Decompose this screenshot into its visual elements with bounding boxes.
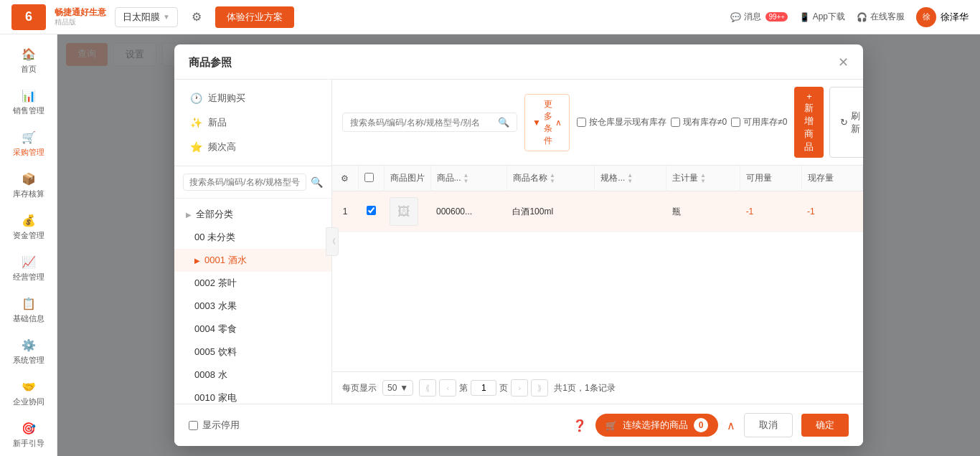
sidebar-item-purchase[interactable]: 🛒 采购管理 bbox=[0, 123, 57, 165]
help-icon[interactable]: ❓ bbox=[573, 419, 587, 432]
tree-arrow-icon: ▶ bbox=[186, 211, 192, 219]
modal-toolbar: 🔍 ▼ 更多条件 ∧ 按仓库显示现有库存 bbox=[332, 80, 863, 166]
sidebar-item-finance[interactable]: 💰 资金管理 bbox=[0, 206, 57, 248]
tab-new-products[interactable]: ✨ 新品 bbox=[183, 111, 323, 134]
sidebar-item-system[interactable]: ⚙️ 系统管理 bbox=[0, 331, 57, 373]
checkbox-existing-stock[interactable]: 现有库存≠0 bbox=[671, 116, 727, 128]
modal-footer: 显示停用 ❓ 🛒 连续选择的商品 0 ∧ 取消 确定 bbox=[174, 404, 863, 446]
table-row[interactable]: 1 🖼 bbox=[332, 191, 863, 232]
confirm-button[interactable]: 确定 bbox=[801, 414, 849, 437]
checkbox-available-stock-input[interactable] bbox=[731, 118, 740, 127]
operations-icon: 📈 bbox=[22, 255, 36, 269]
collapse-up-icon[interactable]: ∧ bbox=[727, 419, 735, 432]
refresh-button[interactable]: ↻ 刷新 bbox=[829, 87, 863, 158]
th-settings[interactable]: ⚙ bbox=[332, 166, 358, 191]
product-image: 🖼 bbox=[390, 197, 418, 226]
checkbox-by-warehouse-input[interactable] bbox=[577, 118, 586, 127]
tree-item-0001[interactable]: ▶ 0001 酒水 bbox=[174, 249, 331, 272]
select-all-checkbox[interactable] bbox=[364, 173, 374, 182]
cart-button[interactable]: 🛒 连续选择的商品 0 bbox=[595, 414, 718, 437]
cancel-button[interactable]: 取消 bbox=[744, 413, 793, 437]
th-spec[interactable]: 规格... ▲▼ bbox=[595, 166, 666, 191]
sidebar-item-label: 首页 bbox=[21, 64, 37, 75]
prev-page-button[interactable]: ‹ bbox=[439, 379, 456, 396]
sidebar-item-label: 销售管理 bbox=[13, 105, 44, 116]
sidebar-item-enterprise[interactable]: 🤝 企业协同 bbox=[0, 373, 57, 414]
category-tree: ▶ 全部分类 00 未分类 ▶ 0001 酒水 0002 茶 bbox=[174, 199, 331, 404]
tab-high-frequency[interactable]: ⭐ 频次高 bbox=[183, 136, 323, 158]
th-unit[interactable]: 主计量 ▲▼ bbox=[666, 166, 740, 191]
tree-item-00[interactable]: 00 未分类 bbox=[174, 226, 331, 249]
user-profile[interactable]: 徐 徐泽华 bbox=[916, 7, 969, 27]
purchase-icon: 🛒 bbox=[22, 130, 36, 144]
trial-button[interactable]: 体验行业方案 bbox=[215, 6, 294, 28]
search-icon[interactable]: 🔍 bbox=[498, 117, 509, 128]
category-search: 🔍 bbox=[174, 166, 331, 199]
company-selector[interactable]: 日太阳膜 ▼ bbox=[115, 7, 178, 27]
page-number-input[interactable] bbox=[471, 380, 496, 396]
show-disabled-checkbox[interactable]: 显示停用 bbox=[189, 419, 240, 432]
filter-more-button[interactable]: ▼ 更多条件 ∧ bbox=[524, 94, 570, 151]
tree-arrow-open-icon: ▶ bbox=[194, 257, 200, 265]
settings-icon[interactable]: ⚙ bbox=[187, 7, 207, 27]
sidebar-item-basic-info[interactable]: 📋 基础信息 bbox=[0, 290, 57, 331]
sort-arrows-icon: ▲▼ bbox=[463, 173, 469, 184]
tab-label: 频次高 bbox=[208, 141, 236, 153]
total-label: 共1页，1条记录 bbox=[554, 382, 615, 394]
tree-item-0003[interactable]: 0003 水果 bbox=[174, 295, 331, 318]
product-reference-modal: 商品参照 ✕ 🕐 近期购买 ✨ bbox=[174, 44, 863, 446]
sidebar-item-inventory[interactable]: 📦 库存核算 bbox=[0, 165, 57, 206]
navbar-right: 💬 消息 99++ 📱 App下载 🎧 在线客服 徐 徐泽华 bbox=[730, 7, 969, 27]
th-checkbox bbox=[358, 166, 384, 191]
sort-arrows-icon: ▲▼ bbox=[627, 173, 633, 184]
sidebar-item-sales[interactable]: 📊 销售管理 bbox=[0, 82, 57, 123]
message-icon-group[interactable]: 💬 消息 99++ bbox=[730, 11, 787, 23]
td-available: -1 bbox=[740, 191, 801, 232]
checkbox-available-stock[interactable]: 可用库存≠0 bbox=[731, 116, 787, 128]
th-name[interactable]: 商品名称 ▲▼ bbox=[507, 166, 594, 191]
category-search-input[interactable] bbox=[183, 174, 306, 191]
category-search-icon[interactable]: 🔍 bbox=[311, 176, 323, 188]
sidebar-item-home[interactable]: 🏠 首页 bbox=[0, 40, 57, 82]
th-code[interactable]: 商品... ▲▼ bbox=[430, 166, 507, 191]
app-download-icon-group[interactable]: 📱 App下载 bbox=[799, 11, 845, 23]
refresh-icon: ↻ bbox=[840, 117, 848, 128]
show-disabled-label: 显示停用 bbox=[202, 419, 240, 432]
td-stock: -1 bbox=[801, 191, 862, 232]
tab-recent-purchase[interactable]: 🕐 近期购买 bbox=[183, 87, 323, 110]
tree-item-label: 0001 酒水 bbox=[204, 254, 247, 267]
first-page-button[interactable]: ⟪ bbox=[419, 379, 436, 396]
last-page-button[interactable]: ⟫ bbox=[531, 379, 548, 396]
image-icon: 🖼 bbox=[397, 204, 410, 219]
tab-label: 新品 bbox=[208, 116, 227, 129]
modal-left-tabs: 🕐 近期购买 ✨ 新品 ⭐ 频次高 bbox=[174, 80, 331, 166]
sort-arrows-icon: ▲▼ bbox=[700, 173, 706, 184]
chevron-down-icon: ▼ bbox=[400, 383, 408, 393]
sidebar-item-operations[interactable]: 📈 经营管理 bbox=[0, 248, 57, 290]
home-icon: 🏠 bbox=[22, 47, 36, 61]
product-table: ⚙ 商品图片 商品... ▲▼ bbox=[332, 166, 863, 232]
finance-icon: 💰 bbox=[22, 214, 36, 227]
online-service-icon-group[interactable]: 🎧 在线客服 bbox=[857, 11, 905, 23]
page-size-select[interactable]: 50 ▼ bbox=[382, 380, 413, 396]
product-search-input[interactable] bbox=[350, 118, 494, 128]
tree-item-0002[interactable]: 0002 茶叶 bbox=[174, 272, 331, 295]
checkbox-by-warehouse[interactable]: 按仓库显示现有库存 bbox=[577, 116, 666, 128]
tree-item-all[interactable]: ▶ 全部分类 bbox=[174, 203, 331, 226]
page-size-label: 每页显示 bbox=[342, 382, 377, 394]
show-disabled-input[interactable] bbox=[189, 421, 198, 430]
tree-item-0008[interactable]: 0008 水 bbox=[174, 364, 331, 386]
main-content: 查询 设置 刷新 商品参照 ✕ bbox=[57, 34, 980, 456]
tree-item-0004[interactable]: 0004 零食 bbox=[174, 318, 331, 341]
tree-item-0010[interactable]: 0010 家电 bbox=[174, 386, 331, 404]
next-page-button[interactable]: › bbox=[511, 379, 528, 396]
checkbox-existing-stock-input[interactable] bbox=[671, 118, 680, 127]
collapse-panel-button[interactable]: 《 bbox=[326, 227, 339, 256]
row-checkbox[interactable] bbox=[367, 206, 376, 215]
add-product-button[interactable]: + 新增商品 bbox=[794, 87, 824, 158]
modal-close-button[interactable]: ✕ bbox=[838, 54, 849, 70]
td-checkbox[interactable] bbox=[358, 191, 384, 232]
tree-item-0005[interactable]: 0005 饮料 bbox=[174, 341, 331, 364]
sidebar-item-guide[interactable]: 🎯 新手引导 bbox=[0, 414, 57, 456]
th-code-label: 商品... bbox=[437, 172, 461, 184]
